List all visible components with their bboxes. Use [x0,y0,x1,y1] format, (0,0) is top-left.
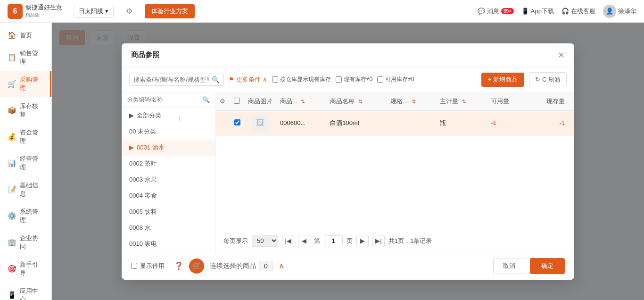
sidebar-item-system[interactable]: ⚙️ 系统管理 [0,203,51,229]
sidebar-item-inventory[interactable]: 📦 库存核算 [0,97,51,124]
sort-code-icon: ⇅ [301,99,305,104]
checkbox-show-stock[interactable]: 按仓库显示现有库存 [272,75,331,83]
filter-icon: ⚑ [229,76,234,83]
category-search-input[interactable] [127,96,199,103]
row-code-cell: 000600... [276,110,326,135]
sidebar-item-operations[interactable]: 📊 经营管理 [0,150,51,176]
sidebar-item-guide[interactable]: 🎯 新手引导 [0,256,51,282]
select-all-checkbox[interactable] [234,98,240,104]
search-icon[interactable]: 🔍 [212,76,220,83]
row-unit-cell: 瓶 [436,110,487,135]
user-menu[interactable]: 👤 徐泽华 [603,5,636,18]
th-code[interactable]: 商品... ⇅ [276,92,326,111]
next-page-btn[interactable]: ▶ [356,235,369,247]
th-stock: 现存量 [527,92,574,111]
sort-unit-icon: ⇅ [462,99,466,104]
row-spec-cell [387,110,436,135]
logo-icon: 6 [8,4,23,19]
row-stock-cell: -1 [527,110,574,135]
first-page-btn[interactable]: |◀ [282,235,294,247]
page-size-select[interactable]: 50 10 20 100 [252,235,278,247]
settings-col-icon[interactable]: ⚙ [220,98,225,105]
modal-title: 商品参照 [131,50,159,59]
sidebar-item-appcenter[interactable]: 📱 应用中心 [0,282,51,300]
search-box: 🔍 [129,74,224,86]
basic-icon: 📝 [8,185,16,194]
panel-collapse-btn[interactable]: 《 [173,112,183,125]
checkbox-nonzero-available[interactable]: 可用库存≠0 [377,75,414,83]
th-spec[interactable]: 规格... ⇅ [387,92,436,111]
row-checkbox[interactable] [234,119,240,125]
last-page-btn[interactable]: ▶| [372,235,385,247]
table-scroll[interactable]: ⚙ 商品图片 [216,92,574,230]
online-service-btn[interactable]: 🎧 在线客服 [561,7,595,16]
checkbox-nonzero-stock[interactable]: 现有库存≠0 [336,75,372,83]
messages-btn[interactable]: 💬 消息 99+ [478,7,514,16]
row-available-cell: -1 [487,110,526,135]
chevron-down-icon: ▾ [105,8,108,15]
category-item-0005[interactable]: 0005 饮料 [122,204,215,220]
logo-area: 6 畅捷通好生意 精品版 [8,4,62,19]
settings-icon[interactable]: ⚙ [119,4,139,18]
confirm-button[interactable]: 确定 [530,258,565,274]
category-item-0010[interactable]: 0010 家电 [122,236,215,252]
category-item-0008[interactable]: 0008 水 [122,220,215,236]
main-layout: 🏠 首页 📋 销售管理 🛒 采购管理 📦 库存核算 💰 资金管理 📊 经营管理 … [0,23,644,300]
cart-btn[interactable]: 🛒 [189,258,204,274]
sidebar-item-finance[interactable]: 💰 资金管理 [0,124,51,150]
sidebar-item-sales[interactable]: 📋 销售管理 [0,44,51,71]
sidebar: 🏠 首页 📋 销售管理 🛒 采购管理 📦 库存核算 💰 资金管理 📊 经营管理 … [0,23,52,300]
product-thumbnail: 🖼 [252,115,269,132]
cancel-button[interactable]: 取消 [493,258,525,274]
prev-page-btn[interactable]: ◀ [298,235,310,247]
products-table: ⚙ 商品图片 [216,92,574,136]
top-nav: 6 畅捷通好生意 精品版 日太阳膜 ▾ ⚙ 体验行业方案 💬 消息 99+ 📱 … [0,0,644,23]
help-icon[interactable]: ❓ [174,261,183,270]
modal-close-button[interactable]: ✕ [558,50,565,60]
modal-body: 🔍 《 ▶ 全部分类 00 未分类 ▶ [122,92,574,252]
total-info: 共1页，1条记录 [388,237,432,245]
appcenter-icon: 📱 [8,291,16,300]
th-unit[interactable]: 主计量 ⇅ [436,92,487,111]
page-number-input[interactable] [324,235,343,246]
filter-btn[interactable]: ⚑ 更多条件 ∧ [229,75,267,84]
refresh-btn[interactable]: ↻ C 刷新 [529,72,567,87]
modal-footer: 显示停用 ❓ 🛒 连续选择的商品 0 ∧ 取消 确定 [122,252,574,280]
th-image: 商品图片 [244,92,276,111]
table-row[interactable]: 🖼 000600... 白酒100ml [216,110,574,135]
home-icon: 🏠 [8,31,16,40]
message-icon: 💬 [478,8,485,15]
category-item-0004[interactable]: 0004 零食 [122,188,215,204]
row-settings-cell [216,110,230,135]
sidebar-item-basic[interactable]: 📝 基础信息 [0,176,51,203]
sidebar-item-purchase[interactable]: 🛒 采购管理 [0,71,51,97]
category-item-00[interactable]: 00 未分类 [122,124,215,140]
show-disabled-input[interactable] [131,263,137,269]
sidebar-item-home[interactable]: 🏠 首页 [0,26,51,44]
pagination-bar: 每页显示 50 10 20 100 |◀ ◀ 第 页 [216,230,574,252]
th-settings: ⚙ [216,92,230,111]
store-selector[interactable]: 日太阳膜 ▾ [74,5,114,18]
add-product-btn[interactable]: + 新增商品 [481,73,524,87]
experience-btn[interactable]: 体验行业方案 [145,4,195,18]
row-checkbox-cell [230,110,244,135]
category-item-0001[interactable]: ▶ 0001 酒水 [122,140,215,156]
product-reference-modal: 商品参照 ✕ 🔍 ⚑ 更多条件 ∧ 按仓 [122,43,574,280]
search-input[interactable] [133,76,209,83]
table-panel: ⚙ 商品图片 [216,92,574,252]
collapse-arrow-icon[interactable]: ∧ [279,261,284,270]
row-name-cell: 白酒100ml [326,110,387,135]
inventory-icon: 📦 [8,106,16,115]
category-item-all[interactable]: ▶ 全部分类 [122,108,215,124]
category-search: 🔍 [122,92,215,108]
show-disabled-checkbox[interactable]: 显示停用 [131,262,165,270]
category-item-0002[interactable]: 0002 茶叶 [122,156,215,172]
finance-icon: 💰 [8,133,16,141]
app-download-btn[interactable]: 📱 App下载 [521,7,554,16]
sidebar-item-enterprise[interactable]: 🏢 企业协同 [0,229,51,256]
th-name[interactable]: 商品名称 ⇅ [326,92,387,111]
category-item-0003[interactable]: 0003 水果 [122,172,215,188]
category-panel: 🔍 《 ▶ 全部分类 00 未分类 ▶ [122,92,216,252]
messages-badge: 99+ [501,8,514,14]
category-search-icon[interactable]: 🔍 [202,96,210,103]
